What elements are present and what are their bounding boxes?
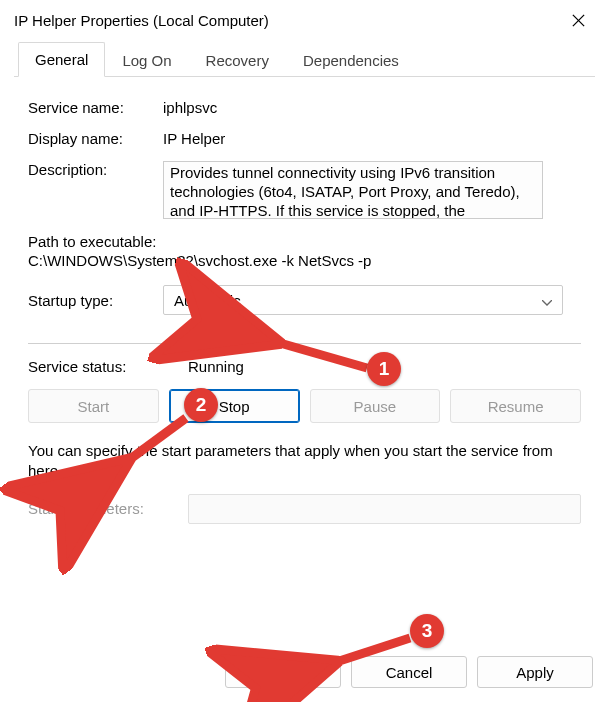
tabbody-general: Service name: iphlpsvc Display name: IP … xyxy=(0,77,609,536)
row-startup-type: Startup type: Automatic xyxy=(28,285,581,315)
value-service-name: iphlpsvc xyxy=(163,99,581,116)
tab-general[interactable]: General xyxy=(18,42,105,77)
ok-button[interactable]: OK xyxy=(225,656,341,688)
pause-button: Pause xyxy=(310,389,441,423)
path-block: Path to executable: C:\WINDOWS\System32\… xyxy=(28,233,581,269)
value-path: C:\WINDOWS\System32\svchost.exe -k NetSv… xyxy=(28,252,581,269)
resume-button: Resume xyxy=(450,389,581,423)
close-icon xyxy=(571,13,586,28)
start-parameters-note: You can specify the start parameters tha… xyxy=(28,441,581,482)
titlebar: IP Helper Properties (Local Computer) xyxy=(0,0,609,42)
row-start-parameters: Start parameters: xyxy=(28,494,581,524)
apply-button[interactable]: Apply xyxy=(477,656,593,688)
label-service-name: Service name: xyxy=(28,99,163,116)
label-start-parameters: Start parameters: xyxy=(28,500,188,517)
tab-log-on[interactable]: Log On xyxy=(105,43,188,77)
start-button: Start xyxy=(28,389,159,423)
start-parameters-input xyxy=(188,494,581,524)
label-path: Path to executable: xyxy=(28,233,581,250)
separator xyxy=(28,343,581,344)
row-display-name: Display name: IP Helper xyxy=(28,130,581,147)
startup-type-select[interactable]: Automatic xyxy=(163,285,563,315)
row-service-name: Service name: iphlpsvc xyxy=(28,99,581,116)
close-button[interactable] xyxy=(557,6,599,34)
label-startup-type: Startup type: xyxy=(28,292,163,309)
label-display-name: Display name: xyxy=(28,130,163,147)
tab-recovery[interactable]: Recovery xyxy=(189,43,286,77)
description-textbox[interactable]: Provides tunnel connectivity using IPv6 … xyxy=(163,161,543,219)
chevron-down-icon xyxy=(542,292,552,309)
startup-type-value: Automatic xyxy=(174,292,241,309)
annotation-badge-3: 3 xyxy=(410,614,444,648)
cancel-button[interactable]: Cancel xyxy=(351,656,467,688)
value-display-name: IP Helper xyxy=(163,130,581,147)
row-description: Description: Provides tunnel connectivit… xyxy=(28,161,581,219)
service-control-buttons: Start Stop Pause Resume xyxy=(28,389,581,423)
value-service-status: Running xyxy=(188,358,581,375)
label-service-status: Service status: xyxy=(28,358,188,375)
tabstrip: General Log On Recovery Dependencies xyxy=(0,42,609,77)
label-description: Description: xyxy=(28,161,163,219)
window-title: IP Helper Properties (Local Computer) xyxy=(14,12,269,29)
row-service-status: Service status: Running xyxy=(28,358,581,375)
tab-dependencies[interactable]: Dependencies xyxy=(286,43,416,77)
dialog-buttons: OK Cancel Apply xyxy=(225,656,593,688)
stop-button[interactable]: Stop xyxy=(169,389,300,423)
